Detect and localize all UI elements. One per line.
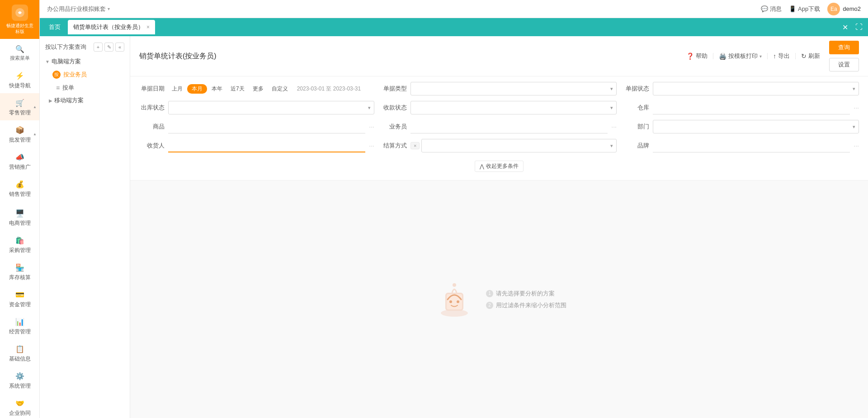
date-tab-last-month[interactable]: 上月 <box>168 84 186 94</box>
filter-settlement: 结算方式 × ▾ <box>382 139 617 152</box>
tab-close-window-btn[interactable]: ✕ <box>840 21 850 33</box>
svg-point-5 <box>457 300 459 303</box>
collapse-button[interactable]: ⋀ 收起更多条件 <box>475 161 524 172</box>
consignee-label: 收货人 <box>139 142 165 150</box>
step2-text: 用过滤条件来缩小分析范围 <box>496 301 566 309</box>
sidebar-item-jichu[interactable]: 📋 基础信息 <box>0 339 39 366</box>
salesperson-label: 业务员 <box>382 123 407 131</box>
receipt-status-select[interactable] <box>410 101 617 114</box>
sidebar-item-lingshou[interactable]: 🛒 零售管理 <box>0 93 39 120</box>
sidebar-item-kucun[interactable]: 🏪 库存核算 <box>0 258 39 285</box>
panel-edit-btn[interactable]: ✎ <box>104 43 113 52</box>
settlement-select[interactable] <box>421 139 617 152</box>
sidebar-item-qiye[interactable]: 🤝 企业协同 <box>0 394 39 418</box>
date-tab-more[interactable]: 更多 <box>249 84 267 94</box>
date-tab-this-year[interactable]: 本年 <box>208 84 226 94</box>
doc-status-label: 单据状态 <box>624 85 649 93</box>
sidebar-item-kuaijie[interactable]: ⚡ 快捷导航 <box>0 66 39 93</box>
breadcrumb-text: 办公用品行业模拟账套 <box>47 5 106 13</box>
left-panel: 按以下方案查询 + ✎ « ▼ 电脑端方案 按 按业务员 ≡ 按 <box>40 36 130 418</box>
goods-input[interactable] <box>168 120 365 133</box>
panel-collapse-btn[interactable]: « <box>115 43 124 52</box>
logo-icon <box>12 5 28 21</box>
panel-actions: + ✎ « <box>94 43 124 52</box>
refresh-btn[interactable]: ↻ 刷新 <box>801 52 820 60</box>
date-tab-custom[interactable]: 自定义 <box>268 84 292 94</box>
sidebar-search[interactable]: 🔍 搜索菜单 <box>0 39 39 64</box>
msg-label: 消息 <box>770 5 782 13</box>
consignee-dots[interactable]: ··· <box>369 142 374 149</box>
filter-row-1: 单据日期 上月 本月 本年 近7天 更多 自定义 2023-03-01 至 20… <box>139 82 859 95</box>
sidebar-item-yingxiao[interactable]: 📣 营销推广 <box>0 147 39 175</box>
breadcrumb-dropdown-icon[interactable]: ▾ <box>108 6 110 11</box>
warehouse-input[interactable] <box>653 101 850 114</box>
tab-home[interactable]: 首页 <box>43 20 66 34</box>
sidebar-item-dianshang[interactable]: 🖥️ 电商管理 <box>0 204 39 231</box>
tab-fullscreen-btn[interactable]: ⛶ <box>854 21 864 33</box>
date-range-text: 2023-03-01 至 2023-03-31 <box>297 85 361 93</box>
scheme-group-pc-header[interactable]: ▼ 电脑端方案 <box>40 55 130 68</box>
export-icon: ↑ <box>773 52 776 60</box>
doc-type-select[interactable] <box>410 82 617 95</box>
dept-select[interactable] <box>653 120 859 133</box>
page-title-bar: 销货单统计表(按业务员) ❓ 帮助 🖨️ 按模板打印 ▾ ↑ <box>130 36 868 76</box>
header-user[interactable]: Ea demo2 <box>827 3 861 15</box>
print-dropdown-icon[interactable]: ▾ <box>760 54 762 59</box>
header-app-download-btn[interactable]: 📱 App下载 <box>789 5 820 13</box>
sidebar-item-zijin[interactable]: 💳 资金管理 <box>0 285 39 312</box>
sidebar-item-jingying[interactable]: 📊 经营管理 <box>0 312 39 339</box>
sidebar-logo[interactable]: 畅捷通好生意 标版 <box>0 0 40 39</box>
salesperson-input[interactable] <box>410 120 608 133</box>
empty-text-step2: 2 用过滤条件来缩小分析范围 <box>486 301 566 309</box>
tab-sales-stats[interactable]: 销货单统计表（按业务员） × <box>68 20 155 34</box>
consignee-input[interactable] <box>168 139 365 152</box>
stock-status-select[interactable] <box>168 101 374 114</box>
sidebar-item-caigou[interactable]: 🛍️ 采购管理 <box>0 231 39 258</box>
empty-icon <box>432 277 477 322</box>
content-area: 1 请先选择要分析的方案 2 用过滤条件来缩小分析范围 <box>130 180 868 418</box>
kuaijie-icon: ⚡ <box>15 71 25 81</box>
active-scheme-dot: 按 <box>52 71 61 79</box>
brand-dots[interactable]: ··· <box>854 142 859 149</box>
query-button[interactable]: 查询 <box>829 41 859 54</box>
main-area: 办公用品行业模拟账套 ▾ 💬 消息 📱 App下载 Ea demo2 首页 <box>40 0 868 418</box>
refresh-icon: ↻ <box>801 52 807 60</box>
pc-group-label: 电脑端方案 <box>52 57 81 66</box>
sidebar-item-xiaoshou[interactable]: 💰 销售管理 <box>0 175 39 202</box>
print-btn[interactable]: 🖨️ 按模板打印 ▾ <box>719 52 762 60</box>
settings-button[interactable]: 设置 <box>829 58 859 71</box>
tab-bar: 首页 销货单统计表（按业务员） × ✕ ⛶ <box>40 18 868 36</box>
kucun-icon: 🏪 <box>15 262 25 272</box>
xitong-icon: ⚙️ <box>15 371 25 381</box>
salesperson-dots[interactable]: ··· <box>611 123 617 130</box>
help-btn[interactable]: ❓ 帮助 <box>686 52 708 60</box>
top-header: 办公用品行业模拟账套 ▾ 💬 消息 📱 App下载 Ea demo2 <box>40 0 868 18</box>
export-btn[interactable]: ↑ 导出 <box>773 52 790 60</box>
warehouse-dots[interactable]: ··· <box>854 104 859 111</box>
goods-dots[interactable]: ··· <box>369 123 374 130</box>
scheme-sub-item-by-order[interactable]: ≡ 按单 <box>40 81 130 94</box>
filter-row-2: 出库状态 收款状态 仓库 ··· <box>139 101 859 114</box>
filter-goods: 商品 ··· <box>139 120 374 133</box>
scheme-group-mobile: ▶ 移动端方案 <box>40 94 130 107</box>
sidebar-item-xitong[interactable]: ⚙️ 系统管理 <box>0 366 39 394</box>
print-icon: 🖨️ <box>719 52 726 60</box>
date-tab-7days[interactable]: 近7天 <box>227 84 248 94</box>
header-msg-btn[interactable]: 💬 消息 <box>761 5 782 13</box>
doc-status-select[interactable] <box>653 82 859 95</box>
step1-text: 请先选择要分析的方案 <box>496 290 555 298</box>
receipt-status-label: 收款状态 <box>382 104 407 112</box>
breadcrumb: 办公用品行业模拟账套 ▾ <box>47 5 755 13</box>
collapse-row: ⋀ 收起更多条件 <box>139 158 859 175</box>
settlement-tag-close[interactable]: × <box>414 143 416 148</box>
date-label: 单据日期 <box>139 85 165 93</box>
brand-input[interactable] <box>653 139 850 152</box>
tab-close-icon[interactable]: × <box>146 24 150 30</box>
scheme-item-by-salesperson[interactable]: 按 按业务员 <box>40 68 130 81</box>
doc-type-label: 单据类型 <box>382 85 407 93</box>
sidebar-item-pifa[interactable]: 📦 批发管理 <box>0 120 39 147</box>
logo-text: 畅捷通好生意 标版 <box>6 23 33 34</box>
scheme-group-mobile-header[interactable]: ▶ 移动端方案 <box>40 94 130 107</box>
panel-add-btn[interactable]: + <box>94 43 103 52</box>
date-tab-this-month[interactable]: 本月 <box>187 84 207 94</box>
